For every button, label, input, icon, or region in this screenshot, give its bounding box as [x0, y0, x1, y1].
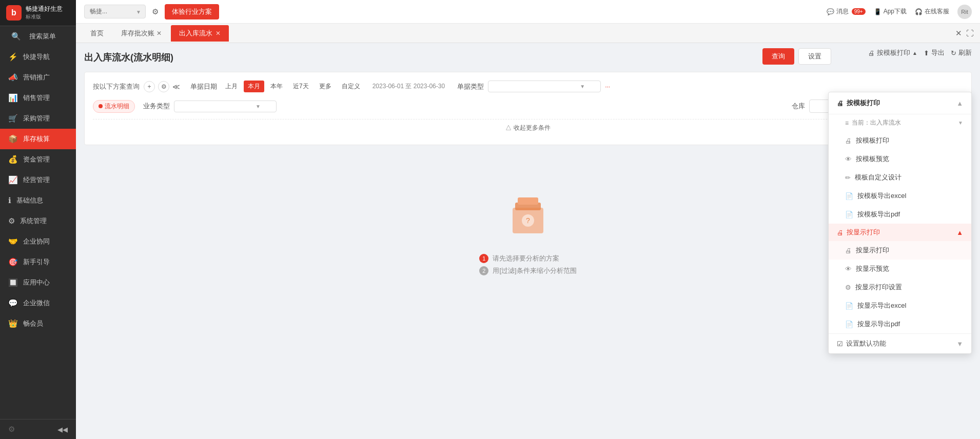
member-icon: 👑 — [8, 319, 18, 328]
tab-inventory-batch[interactable]: 库存批次账 ✕ — [113, 25, 170, 42]
filter-settings-btn[interactable]: ⚙ — [158, 81, 169, 92]
sidebar-settings-icon[interactable]: ⚙ — [8, 425, 15, 434]
user-name: 畅捷... — [90, 8, 107, 15]
display-print-section-header[interactable]: 🖨 按显示打印 ▲ — [829, 224, 971, 241]
header-gear-icon[interactable]: ⚙ — [152, 7, 159, 16]
collapse-more-label: 收起更多条件 — [514, 124, 551, 131]
header-left: 畅捷... ▼ ⚙ 体验行业方案 — [84, 4, 219, 19]
date-tab-7days[interactable]: 近7天 — [289, 81, 313, 92]
business-type-select[interactable]: ▼ — [174, 101, 277, 112]
dropdown-template-preview-item[interactable]: 👁 按模板预览 — [829, 150, 971, 168]
date-tab-last-month[interactable]: 上月 — [221, 81, 242, 92]
user-avatar-btn[interactable]: Rit — [957, 5, 972, 19]
svg-text:?: ? — [526, 216, 530, 225]
message-btn[interactable]: 💬 消息 99+ — [827, 7, 866, 16]
sidebar-search-label: 搜索菜单 — [29, 32, 56, 41]
sidebar-item-system[interactable]: ⚙ 系统管理 — [0, 211, 76, 231]
tab-inout-flow[interactable]: 出入库流水 ✕ — [171, 25, 229, 42]
settings-button[interactable]: 设置 — [798, 48, 831, 65]
app-download-btn[interactable]: 📱 App下载 — [874, 7, 907, 16]
business-type-arrow: ▼ — [256, 104, 261, 109]
sidebar-item-quick-nav[interactable]: ⚡ 快捷导航 — [0, 47, 76, 67]
add-filter-btn[interactable]: + — [144, 81, 155, 92]
page-title: 出入库流水(流水明细) — [84, 51, 972, 64]
inventory-icon: 📦 — [8, 134, 18, 144]
tab-inventory-batch-label: 库存批次账 — [121, 29, 154, 37]
sidebar-item-operations[interactable]: 📈 经营管理 — [0, 170, 76, 190]
voucher-type-more[interactable]: ··· — [605, 83, 610, 90]
sidebar-collapse-icon[interactable]: ◀◀ — [57, 426, 68, 433]
industry-btn[interactable]: 体验行业方案 — [165, 4, 219, 19]
export-label: 导出 — [931, 48, 945, 57]
display-print-settings-icon: ⚙ — [845, 284, 851, 291]
sidebar-item-basic[interactable]: ℹ 基础信息 — [0, 190, 76, 211]
online-service-label: 在线客服 — [925, 7, 949, 16]
dropdown-template-export-excel-item[interactable]: 📄 按模板导出excel — [829, 187, 971, 205]
empty-hint-1: 1 请先选择要分析的方案 — [479, 254, 559, 263]
app-download-icon: 📱 — [874, 8, 881, 15]
date-field: 单据日期 上月 本月 本年 近7天 更多 自定义 2023-06-01 至 20… — [190, 81, 445, 92]
finance-icon: 💰 — [8, 155, 18, 164]
refresh-btn[interactable]: ↻ 刷新 — [951, 48, 972, 57]
dropdown-footer[interactable]: ☑ 设置默认功能 ▼ — [829, 333, 971, 353]
template-export-excel-icon: 📄 — [845, 192, 853, 200]
display-preview-label: 按显示预览 — [856, 264, 889, 273]
sidebar: b 畅捷通好生意 标准版 🔍 搜索菜单 ⚡ 快捷导航 📣 营销推广 📊 销售管理… — [0, 0, 76, 439]
dropdown-display-preview-item[interactable]: 👁 按显示预览 — [829, 260, 971, 278]
dropdown-display-print-settings-item[interactable]: ⚙ 按显示打印设置 — [829, 278, 971, 296]
user-dropdown-arrow: ▼ — [136, 9, 141, 14]
tab-expand-btn[interactable]: ⛶ — [966, 29, 974, 38]
dropdown-display-export-excel-item[interactable]: 📄 按显示导出excel — [829, 296, 971, 315]
dropdown-template-print-item[interactable]: 🖨 按模板打印 — [829, 131, 971, 150]
sidebar-nav: ⚡ 快捷导航 📣 营销推广 📊 销售管理 🛒 采购管理 📦 库存核算 💰 资金管… — [0, 47, 76, 419]
date-tab-this-year[interactable]: 本年 — [266, 81, 287, 92]
online-service-btn[interactable]: 🎧 在线客服 — [915, 7, 949, 16]
date-tab-this-month[interactable]: 本月 — [244, 81, 264, 92]
tab-home[interactable]: 首页 — [82, 25, 112, 42]
sidebar-item-finance[interactable]: 💰 资金管理 — [0, 149, 76, 170]
sidebar-item-label: 营销推广 — [23, 73, 50, 82]
print-template-btn[interactable]: 🖨 按模板打印 ▲ — [868, 48, 917, 57]
date-tab-more[interactable]: 更多 — [315, 81, 336, 92]
sidebar-item-guide[interactable]: 🎯 新手引导 — [0, 252, 76, 272]
enterprise-icon: 🤝 — [8, 237, 18, 246]
sidebar-item-search[interactable]: 🔍 搜索菜单 — [0, 26, 76, 47]
export-btn[interactable]: ⬆ 导出 — [924, 48, 945, 57]
tab-inout-flow-close[interactable]: ✕ — [215, 30, 221, 37]
sidebar-item-label: 系统管理 — [20, 216, 47, 226]
tab-controls: ✕ ⛶ — [955, 29, 974, 38]
sidebar-item-member[interactable]: 👑 畅会员 — [0, 313, 76, 334]
template-preview-label: 按模板预览 — [856, 154, 889, 164]
current-label-row: ≡ 当前：出入库流水 ▼ — [829, 114, 971, 131]
collapse-filter-btn[interactable]: ≪ — [172, 83, 180, 91]
empty-icon: ? — [502, 192, 554, 244]
dropdown-display-print-item[interactable]: 🖨 按显示打印 — [829, 241, 971, 260]
tab-close-all-btn[interactable]: ✕ — [955, 29, 962, 38]
voucher-type-select[interactable]: ▼ — [488, 81, 601, 92]
filter-tag-label: 流水明细 — [105, 102, 129, 111]
tab-inventory-batch-close[interactable]: ✕ — [156, 30, 162, 37]
dropdown-scroll-down[interactable]: ▼ — [956, 340, 963, 348]
query-button[interactable]: 查询 — [762, 48, 794, 65]
sidebar-item-marketing[interactable]: 📣 营销推广 — [0, 67, 76, 88]
sidebar-item-purchase[interactable]: 🛒 采购管理 — [0, 108, 76, 129]
date-field-label: 单据日期 — [190, 82, 217, 91]
dropdown-scroll-up[interactable]: ▲ — [956, 99, 963, 107]
user-selector[interactable]: 畅捷... ▼ — [84, 5, 146, 18]
tab-bar: 首页 库存批次账 ✕ 出入库流水 ✕ ✕ ⛶ — [76, 24, 980, 43]
date-tab-custom[interactable]: 自定义 — [338, 81, 364, 92]
sidebar-item-enterprise[interactable]: 🤝 企业协同 — [0, 231, 76, 252]
current-label-text: 当前：出入库流水 — [852, 118, 901, 127]
message-icon: 💬 — [827, 8, 834, 15]
sidebar-item-apps[interactable]: 🔲 应用中心 — [0, 272, 76, 293]
dropdown-template-export-pdf-item[interactable]: 📄 按模板导出pdf — [829, 205, 971, 224]
sidebar-item-sales[interactable]: 📊 销售管理 — [0, 88, 76, 108]
dropdown-template-custom-item[interactable]: ✏ 模板自定义设计 — [829, 168, 971, 187]
print-template-label: 按模板打印 — [877, 48, 910, 57]
message-badge: 99+ — [852, 8, 866, 15]
sidebar-item-inventory[interactable]: 📦 库存核算 — [0, 129, 76, 149]
up-arrow-icon: △ — [505, 124, 512, 131]
sidebar-item-wechat[interactable]: 💬 企业微信 — [0, 293, 76, 313]
dropdown-header: 🖨 按模板打印 ▲ — [829, 92, 971, 114]
dropdown-display-export-pdf-item[interactable]: 📄 按显示导出pdf — [829, 315, 971, 333]
